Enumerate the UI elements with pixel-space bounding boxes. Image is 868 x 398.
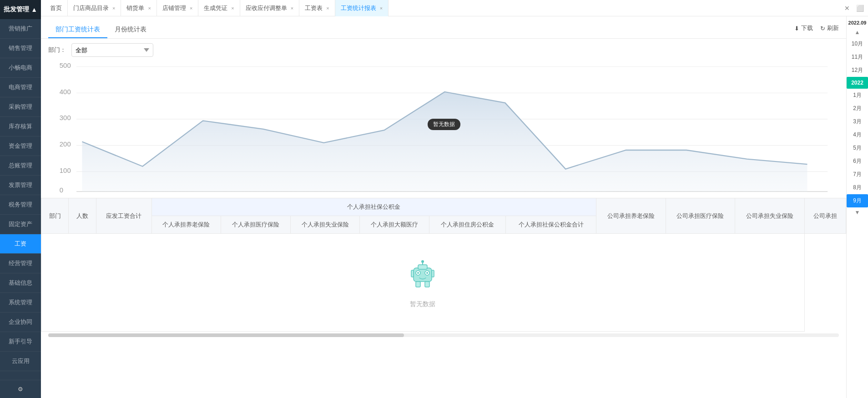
date-month-8[interactable]: 8月	[847, 181, 868, 194]
table-scrollbar[interactable]	[48, 333, 839, 337]
svg-text:400: 400	[60, 88, 71, 95]
th-dept: 部门	[41, 198, 69, 234]
th-personal-unemployment: 个人承担失业保险	[290, 216, 360, 234]
date-month-9[interactable]: 9月	[847, 194, 868, 207]
date-month-2[interactable]: 2月	[847, 102, 868, 115]
sidebar-item-gudingzichan[interactable]: 固定资产	[0, 215, 41, 234]
date-month-11[interactable]: 11月	[847, 50, 868, 64]
window-restore-icon[interactable]: ⬜	[855, 4, 864, 13]
date-month-5[interactable]: 5月	[847, 141, 868, 155]
svg-point-16	[421, 260, 424, 263]
refresh-button[interactable]: ↻ 刷新	[820, 24, 839, 32]
svg-rect-22	[432, 270, 434, 277]
date-month-3[interactable]: 3月	[847, 115, 868, 128]
chart-area: 500 400 300 200 100 0	[41, 61, 846, 198]
tab-sales-order[interactable]: 销货单 ×	[121, 0, 156, 16]
date-nav-up[interactable]: ▲	[847, 27, 868, 37]
sidebar-item-zijin[interactable]: 资金管理	[0, 136, 41, 156]
date-month-4[interactable]: 4月	[847, 128, 868, 141]
tab-close-icon[interactable]: ×	[190, 5, 192, 11]
th-personal-total: 个人承担社保公积金合计	[506, 216, 596, 234]
sidebar-item-xiaochang[interactable]: 小畅电商	[0, 58, 41, 78]
th-personal-insurance-group: 个人承担社保公积金	[151, 198, 596, 216]
dept-filter-select[interactable]: 全部	[71, 43, 153, 57]
chart-tooltip: 暂无数据	[428, 119, 460, 130]
download-icon: ⬇	[794, 25, 799, 32]
main-area: 首页 门店商品目录 × 销货单 × 店铺管理 × 生成凭证 × 应收应付调整单 …	[41, 0, 868, 398]
data-table: 部门 人数 应发工资合计 个人承担社保公积金 公司承担养老保险 公司承担医疗保险…	[41, 198, 846, 332]
tab-close-icon[interactable]: ×	[148, 5, 151, 11]
date-month-1[interactable]: 1月	[847, 89, 868, 102]
th-company-unemployment: 公司承担失业保险	[735, 198, 805, 234]
sidebar-item-xinshou[interactable]: 新手引导	[0, 332, 41, 352]
svg-text:100: 100	[60, 167, 71, 174]
date-year-2022[interactable]: 2022	[847, 77, 868, 89]
sidebar-title: 批发管理	[4, 5, 29, 14]
tab-store-mgmt[interactable]: 店铺管理 ×	[157, 0, 198, 16]
th-personal-medical: 个人承担医疗保险	[221, 216, 291, 234]
svg-text:300: 300	[60, 115, 71, 121]
svg-text:500: 500	[60, 62, 71, 69]
tab-payroll-report[interactable]: 工资统计报表 ×	[335, 0, 389, 16]
content-area: 部门工资统计表 月份统计表 ⬇ 下载 ↻ 刷新	[41, 16, 868, 398]
date-month-7[interactable]: 7月	[847, 168, 868, 181]
tab-payroll[interactable]: 工资表 ×	[299, 0, 335, 16]
date-month-6[interactable]: 6月	[847, 155, 868, 168]
date-month-12[interactable]: 12月	[847, 64, 868, 77]
right-date-sidebar: 2022.09 ▲ 10月 11月 12月 2022 1月 2月 3月 4月 5…	[846, 16, 868, 398]
th-personal-major-medical: 个人承担大额医疗	[360, 216, 429, 234]
tab-close-icon[interactable]: ×	[291, 5, 293, 11]
th-count: 人数	[69, 198, 96, 234]
tab-close-icon[interactable]: ×	[112, 5, 115, 11]
sidebar-item-xitong[interactable]: 系统管理	[0, 293, 41, 312]
tabs-bar: 首页 门店商品目录 × 销货单 × 店铺管理 × 生成凭证 × 应收应付调整单 …	[41, 0, 868, 16]
svg-point-20	[426, 272, 428, 274]
sidebar-item-yingxiao[interactable]: 营销推广	[0, 19, 41, 39]
th-company-old: 公司承担养老保险	[596, 198, 666, 234]
tab-home[interactable]: 首页	[45, 0, 68, 16]
sub-tab-monthly-stats[interactable]: 月份统计表	[107, 22, 154, 38]
sidebar-item-yunyingyong[interactable]: 云应用	[0, 352, 41, 371]
empty-label: 暂无数据	[410, 300, 435, 308]
date-month-10[interactable]: 10月	[847, 37, 868, 50]
sidebar-collapse-icon[interactable]: ▲	[31, 6, 37, 13]
tab-close-icon[interactable]: ×	[380, 5, 383, 11]
tab-ar-ap-adjust[interactable]: 应收应付调整单 ×	[240, 0, 299, 16]
svg-text:0: 0	[60, 187, 63, 194]
sidebar-item-jichu[interactable]: 基础信息	[0, 273, 41, 293]
svg-rect-23	[416, 282, 420, 287]
sidebar-header[interactable]: 批发管理 ▲	[0, 0, 41, 19]
th-company-more: 公司承担	[804, 198, 846, 234]
sidebar-item-jingying[interactable]: 经营管理	[0, 254, 41, 273]
sidebar-settings[interactable]: ⚙	[0, 380, 41, 398]
sidebar: 批发管理 ▲ 营销推广 销售管理 小畅电商 电商管理 采购管理 库存核算 资金管…	[0, 0, 41, 398]
th-company-medical: 公司承担医疗保险	[666, 198, 735, 234]
tab-close-icon[interactable]: ×	[231, 5, 234, 11]
gear-icon: ⚙	[18, 386, 23, 393]
sidebar-item-kucun[interactable]: 库存核算	[0, 117, 41, 136]
svg-rect-21	[411, 270, 414, 277]
svg-point-19	[417, 272, 419, 274]
tab-store-products[interactable]: 门店商品目录 ×	[68, 0, 121, 16]
window-close-icon[interactable]: ✕	[843, 4, 852, 13]
sidebar-item-xiaoshou[interactable]: 销售管理	[0, 39, 41, 58]
tab-close-icon[interactable]: ×	[326, 5, 329, 11]
th-total-salary: 应发工资合计	[96, 198, 151, 234]
download-button[interactable]: ⬇ 下载	[794, 24, 813, 32]
date-nav-down[interactable]: ▼	[847, 207, 868, 217]
sidebar-item-fapiao[interactable]: 发票管理	[0, 176, 41, 195]
th-personal-old: 个人承担养老保险	[151, 216, 221, 234]
sidebar-item-dianshang[interactable]: 电商管理	[0, 78, 41, 97]
sidebar-item-qiye[interactable]: 企业协同	[0, 312, 41, 332]
svg-rect-24	[425, 282, 429, 287]
th-personal-housing-fund: 个人承担住房公积金	[429, 216, 506, 234]
tab-generate-voucher[interactable]: 生成凭证 ×	[198, 0, 240, 16]
sub-tab-dept-stats[interactable]: 部门工资统计表	[48, 22, 107, 38]
dept-filter-label: 部门：	[48, 46, 66, 54]
sidebar-item-gongzi[interactable]: 工资	[0, 234, 41, 254]
sidebar-item-caigou[interactable]: 采购管理	[0, 97, 41, 117]
svg-text:200: 200	[60, 141, 71, 147]
sidebar-item-shuiwu[interactable]: 税务管理	[0, 195, 41, 215]
sidebar-item-zongzhang[interactable]: 总账管理	[0, 156, 41, 176]
table-scrollbar-thumb[interactable]	[48, 333, 404, 337]
